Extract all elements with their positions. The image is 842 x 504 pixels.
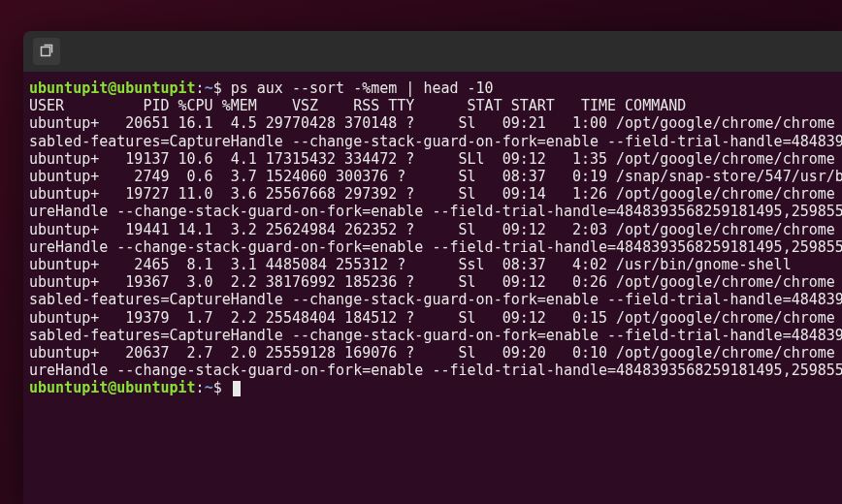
prompt-path: ~	[205, 79, 213, 97]
command-text: ps aux --sort -%mem | head -10	[231, 79, 494, 97]
prompt-separator: :	[196, 379, 205, 396]
new-tab-button[interactable]	[33, 38, 60, 65]
output-line: ubuntup+ 19367 3.0 2.2 38176992 185236 ?…	[29, 273, 842, 291]
output-line: ureHandle --change-stack-guard-on-fork=e…	[29, 238, 842, 256]
prompt-path: ~	[205, 379, 213, 396]
prompt-suffix: $	[213, 379, 222, 396]
output-line: ubuntup+ 19727 11.0 3.6 25567668 297392 …	[29, 185, 842, 203]
output-line: ureHandle --change-stack-guard-on-fork=e…	[29, 362, 842, 379]
svg-rect-0	[42, 47, 50, 56]
new-tab-icon	[39, 44, 54, 59]
terminal-body[interactable]: ubuntupit@ubuntupit:~$ ps aux --sort -%m…	[23, 72, 842, 504]
output-line: ubuntup+ 2465 8.1 3.1 4485084 255312 ? S…	[29, 256, 792, 273]
ps-header: USER PID %CPU %MEM VSZ RSS TTY STAT STAR…	[29, 97, 686, 114]
titlebar	[23, 31, 842, 72]
output-line: ubuntup+ 20637 2.7 2.0 25559128 169076 ?…	[29, 344, 842, 362]
output-line: sabled-features=CaptureHandle --change-s…	[29, 327, 842, 344]
output-line: ubuntup+ 20651 16.1 4.5 29770428 370148 …	[29, 114, 842, 132]
output-line: ubuntup+ 2749 0.6 3.7 1524060 300376 ? S…	[29, 168, 842, 185]
cursor	[233, 381, 241, 396]
output-line: ubuntup+ 19137 10.6 4.1 17315432 334472 …	[29, 150, 842, 168]
prompt-user-host: ubuntupit@ubuntupit	[29, 79, 196, 97]
output-line: ubuntup+ 19379 1.7 2.2 25548404 184512 ?…	[29, 309, 842, 327]
prompt-user-host: ubuntupit@ubuntupit	[29, 379, 196, 396]
output-line: ubuntup+ 19441 14.1 3.2 25624984 262352 …	[29, 221, 842, 238]
prompt-suffix: $	[213, 79, 222, 97]
output-line: ureHandle --change-stack-guard-on-fork=e…	[29, 203, 842, 220]
prompt-separator: :	[196, 79, 205, 97]
terminal-window: ubuntupit@ubuntupit:~$ ps aux --sort -%m…	[23, 31, 842, 504]
output-line: sabled-features=CaptureHandle --change-s…	[29, 133, 842, 150]
output-line: sabled-features=CaptureHandle --change-s…	[29, 291, 842, 308]
